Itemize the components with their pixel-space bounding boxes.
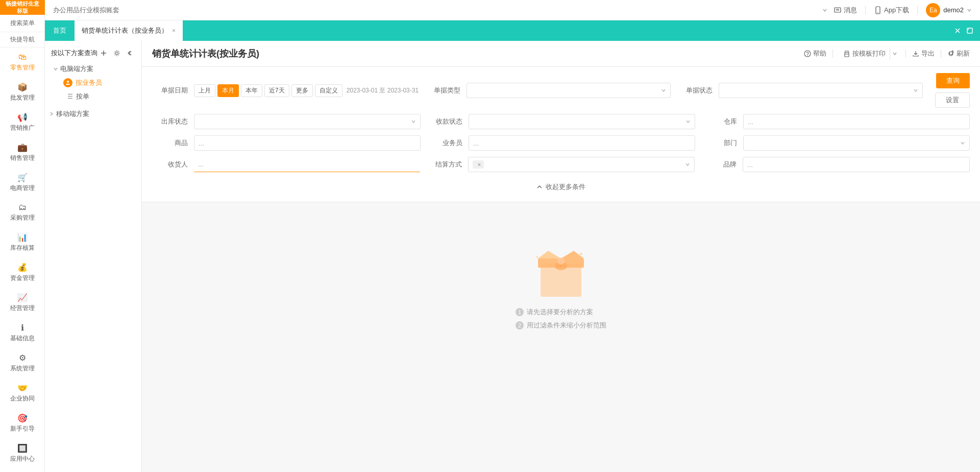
doc-type-select[interactable] <box>467 83 671 98</box>
sidebar-search[interactable]: 搜索菜单 <box>0 15 44 32</box>
tab-close-icon[interactable]: × <box>172 27 176 34</box>
scheme-by-order[interactable]: ☰ 按单 <box>49 90 137 103</box>
sidebar-item-cooperation[interactable]: 🤝 企业协同 <box>0 378 44 408</box>
action-col: 查询 设置 <box>929 73 970 108</box>
add-scheme-button[interactable] <box>99 48 109 58</box>
sidebar-item-wholesale[interactable]: 📦 批发管理 <box>0 77 44 107</box>
settings-scheme-button[interactable] <box>112 48 122 58</box>
mobile-scheme-parent[interactable]: 移动端方案 <box>45 107 141 121</box>
out-status-select[interactable] <box>194 114 421 129</box>
ecommerce-icon: 🛒 <box>17 173 28 182</box>
goods-select[interactable]: ... <box>194 135 421 151</box>
right-panel: 销货单统计计表(按业务员) 帮助 按模板打印 <box>142 41 980 472</box>
date-range-display: 2023-03-01 至 2023-03-31 <box>347 86 419 95</box>
newuser-icon: 🎯 <box>17 413 28 423</box>
sidebar-item-finance[interactable]: 💰 资金管理 <box>0 257 44 288</box>
salesperson-scheme-icon <box>63 78 72 87</box>
tab-close-all-icon[interactable] <box>953 27 962 35</box>
svg-point-2 <box>877 12 878 13</box>
tip-text-1: 请先选择要分析的方案 <box>527 308 593 317</box>
print-label: 按模板打印 <box>852 49 886 58</box>
divider3 <box>832 50 833 58</box>
refresh-button[interactable]: 刷新 <box>947 49 970 58</box>
sidebar-item-label: 新手引导 <box>10 424 35 433</box>
last7-btn[interactable]: 近7天 <box>264 84 289 97</box>
sidebar-item-inventory[interactable]: 📊 库存核算 <box>0 227 44 257</box>
more-btn[interactable]: 更多 <box>291 84 313 97</box>
sidebar-item-basic[interactable]: ℹ 基础信息 <box>0 318 44 348</box>
current-year-btn[interactable]: 本年 <box>241 84 262 97</box>
tab-home[interactable]: 首页 <box>45 20 75 41</box>
sidebar-item-purchase[interactable]: 🗂 采购管理 <box>0 198 44 227</box>
app-download-label: App下载 <box>884 6 909 15</box>
svg-text:✦: ✦ <box>581 266 584 269</box>
help-button[interactable]: 帮助 <box>804 49 826 58</box>
pay-status-chevron-icon <box>685 119 691 124</box>
sidebar-item-label: 零售管理 <box>10 63 35 72</box>
print-dropdown-button[interactable] <box>890 48 899 60</box>
sidebar-item-wework[interactable]: 💬 企业微信 <box>0 468 44 472</box>
print-button[interactable]: 按模板打印 <box>839 47 890 60</box>
dept-select[interactable] <box>743 135 970 151</box>
app-download-button[interactable]: App下载 <box>874 6 909 15</box>
settlement-chevron-icon <box>685 162 690 167</box>
goods-value: ... <box>199 139 204 147</box>
empty-tip-2: 2 用过滤条件来缩小分析范围 <box>516 321 606 330</box>
current-month-btn[interactable]: 本月 <box>217 84 239 97</box>
doc-status-select[interactable] <box>719 83 923 98</box>
sidebar-item-newuser[interactable]: 🎯 新手引导 <box>0 408 44 438</box>
salesperson-select[interactable]: ... <box>469 135 695 151</box>
collapse-icon <box>127 50 134 57</box>
warehouse-value: ... <box>748 118 753 126</box>
dropdown-icon[interactable] <box>822 8 827 13</box>
pay-status-select[interactable] <box>469 114 695 129</box>
desktop-scheme-parent[interactable]: 电脑端方案 <box>49 62 137 76</box>
sidebar-item-marketing[interactable]: 📢 营销推广 <box>0 107 44 137</box>
empty-tips: 1 请先选择要分析的方案 2 用过滤条件来缩小分析范围 <box>516 308 606 330</box>
svg-point-4 <box>116 52 118 55</box>
warehouse-select[interactable]: ... <box>743 114 970 129</box>
header-actions <box>99 48 135 58</box>
settings-button[interactable]: 设置 <box>935 92 970 108</box>
sidebar-item-appcenter[interactable]: 🔲 应用中心 <box>0 438 44 468</box>
page-title: 销货单统计计表(按业务员) <box>152 48 259 60</box>
svg-point-13 <box>557 257 565 265</box>
sidebar-item-management[interactable]: 📈 经营管理 <box>0 288 44 318</box>
refresh-label: 刷新 <box>957 49 970 58</box>
message-button[interactable]: 消息 <box>834 6 857 15</box>
sidebar-quick-nav[interactable]: 快捷导航 <box>0 32 44 48</box>
tab-active[interactable]: 销货单统计计表（按业务员） × <box>75 20 183 41</box>
cooperation-icon: 🤝 <box>17 383 28 393</box>
query-button[interactable]: 查询 <box>936 73 970 88</box>
purchase-icon: 🗂 <box>18 203 27 212</box>
collapse-button[interactable]: 收起更多条件 <box>532 178 590 196</box>
last-month-btn[interactable]: 上月 <box>194 84 215 97</box>
app-logo-text: 畅捷销好生意 <box>6 0 39 7</box>
management-icon: 📈 <box>17 293 28 302</box>
sidebar-item-system[interactable]: ⚙ 系统管理 <box>0 348 44 378</box>
sidebar-item-label: 资金管理 <box>10 274 35 282</box>
out-status-chevron-icon <box>411 119 416 124</box>
tip-num-1: 1 <box>516 308 524 316</box>
divider2 <box>917 6 918 14</box>
sidebar-item-ecommerce[interactable]: 🛒 电商管理 <box>0 168 44 198</box>
svg-rect-3 <box>967 28 972 33</box>
settlement-tag-close[interactable]: × <box>478 161 481 168</box>
scheme-by-salesperson[interactable]: 按业务员 <box>49 76 137 90</box>
wholesale-icon: 📦 <box>17 82 28 92</box>
brand-select[interactable]: ... <box>743 157 970 172</box>
tab-expand-icon[interactable] <box>966 27 974 35</box>
print-button-group: 按模板打印 <box>839 47 899 60</box>
sidebar-item-sales[interactable]: 💼 销售管理 <box>0 137 44 168</box>
svg-point-5 <box>67 81 69 83</box>
export-button[interactable]: 导出 <box>912 49 935 58</box>
doc-status-label: 单据状态 <box>677 86 713 95</box>
settlement-select[interactable]: × <box>468 157 695 172</box>
custom-btn[interactable]: 自定义 <box>315 84 342 97</box>
receiver-input[interactable]: ... <box>194 157 420 172</box>
user-menu[interactable]: Ea demo2 <box>926 3 972 17</box>
collapse-panel-button[interactable] <box>125 48 135 58</box>
message-label: 消息 <box>844 6 857 15</box>
svg-point-7 <box>807 55 808 56</box>
sidebar-item-retail[interactable]: 🛍 零售管理 <box>0 48 44 77</box>
